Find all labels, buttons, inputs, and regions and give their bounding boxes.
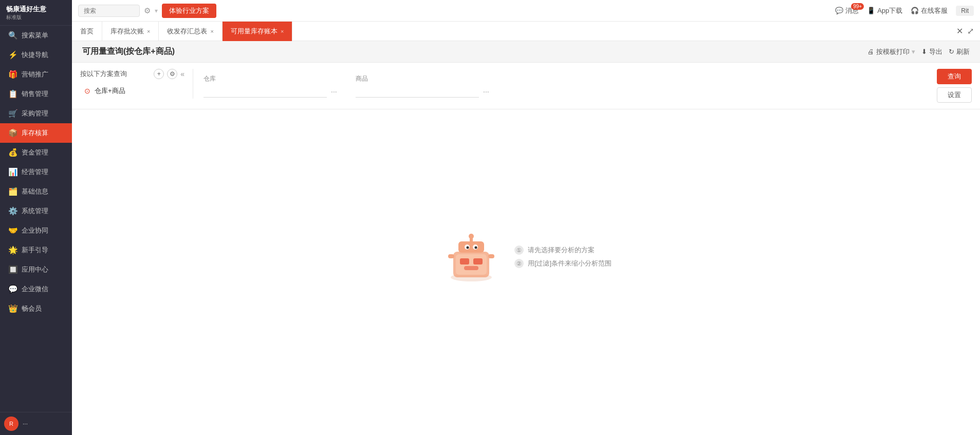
print-button[interactable]: 🖨 按模板打印 ▾ (867, 47, 915, 56)
sidebar-label-basic: 基础信息 (22, 187, 48, 196)
tab-receive-summary[interactable]: 收发存汇总表 × (159, 22, 222, 41)
sidebar-item-wechat[interactable]: 💬 企业微信 (0, 279, 72, 299)
system-icon: ⚙️ (8, 206, 17, 216)
tab-expand-icon[interactable]: ⤢ (967, 26, 974, 36)
product-more-icon[interactable]: ··· (483, 87, 489, 96)
filter-scheme-icons: + ⚙ « (154, 69, 184, 79)
search-input[interactable] (78, 5, 140, 17)
sidebar-item-appcenter[interactable]: 🔲 应用中心 (0, 260, 72, 279)
product-field: 商品 ··· (356, 74, 500, 98)
sidebar-user-name: ··· (23, 420, 28, 427)
tab-receive-summary-label: 收发存汇总表 (167, 27, 207, 36)
setting-button[interactable]: 设置 (937, 87, 972, 103)
step1-num: ① (514, 245, 524, 255)
svg-point-9 (466, 247, 469, 249)
sidebar-item-finance[interactable]: 💰 资金管理 (0, 143, 72, 162)
sidebar-label-operation: 经营管理 (22, 167, 48, 177)
svg-rect-6 (458, 241, 484, 253)
collapse-icon[interactable]: « (180, 70, 184, 78)
svg-rect-5 (464, 266, 478, 270)
print-icon: 🖨 (867, 48, 874, 55)
sidebar-item-basic[interactable]: 🗂️ 基础信息 (0, 182, 72, 201)
tab-batch-ledger-close[interactable]: × (147, 28, 150, 34)
industry-button[interactable]: 体验行业方案 (162, 4, 216, 18)
warehouse-input[interactable] (204, 85, 327, 98)
member-icon: 👑 (8, 304, 17, 313)
product-input[interactable] (356, 85, 479, 98)
basic-icon: 🗂️ (8, 187, 17, 196)
sidebar-label-newguide: 新手引导 (22, 245, 48, 255)
svg-rect-4 (473, 258, 483, 264)
marketing-icon: 🎁 (8, 70, 17, 79)
finance-icon: 💰 (8, 148, 17, 157)
add-scheme-button[interactable]: + (154, 69, 164, 79)
settings-scheme-button[interactable]: ⚙ (167, 69, 177, 79)
print-label: 按模板打印 (876, 47, 910, 56)
filter-scheme-title: 按以下方案查询 (80, 69, 127, 79)
logo-subtitle: 标准版 (6, 14, 66, 21)
tab-batch-ledger[interactable]: 库存批次账 × (102, 22, 159, 41)
svg-rect-2 (456, 254, 487, 275)
sidebar-logo: 畅康通好生意 标准版 (0, 0, 72, 26)
export-icon: ⬇ (921, 48, 927, 55)
sidebar-item-search[interactable]: 🔍 搜索菜单 (0, 26, 72, 45)
sidebar-item-marketing[interactable]: 🎁 营销推广 (0, 65, 72, 84)
sidebar-item-purchase[interactable]: 🛒 采购管理 (0, 104, 72, 123)
online-service-btn[interactable]: 🎧 在线客服 (911, 6, 948, 15)
avatar: R (4, 417, 19, 431)
wechat-icon: 💬 (8, 285, 17, 294)
topbar-dropdown-icon[interactable]: ▾ (155, 7, 158, 14)
tab-receive-summary-close[interactable]: × (210, 28, 213, 34)
query-button[interactable]: 查询 (937, 69, 972, 84)
sidebar-item-member[interactable]: 👑 畅会员 (0, 299, 72, 318)
refresh-label: 刷新 (956, 47, 970, 56)
tab-batch-ledger-label: 库存批次账 (110, 27, 144, 36)
sidebar-item-inventory[interactable]: 📦 库存核算 (0, 123, 72, 143)
print-dropdown-icon[interactable]: ▾ (912, 48, 915, 55)
sidebar-label-appcenter: 应用中心 (22, 265, 48, 274)
user-name-button[interactable]: Rit (956, 6, 974, 16)
export-label: 导出 (929, 47, 942, 56)
sales-icon: 📋 (8, 89, 17, 99)
sidebar-item-enterprise[interactable]: 🤝 企业协同 (0, 221, 72, 240)
sidebar-item-system[interactable]: ⚙️ 系统管理 (0, 201, 72, 221)
topbar-right: 💬 消息 99+ 📱 App下载 🎧 在线客服 Rit (835, 6, 974, 16)
product-input-row: ··· (356, 85, 500, 98)
tab-home[interactable]: 首页 (72, 22, 102, 41)
sidebar-user[interactable]: R ··· (0, 412, 72, 435)
sidebar-label-wechat: 企业微信 (22, 285, 48, 294)
sidebar-label-marketing: 营销推广 (22, 70, 48, 79)
export-button[interactable]: ⬇ 导出 (921, 47, 942, 56)
tabs-bar: 首页 库存批次账 × 收发存汇总表 × 可用量库存账本 × ✕ ⤢ (72, 22, 980, 41)
step1-text: 请先选择要分析的方案 (528, 243, 595, 257)
empty-state: ① 请先选择要分析的方案 ② 用[过滤]条件来缩小分析范围 (72, 109, 980, 435)
svg-rect-13 (448, 254, 454, 258)
warehouse-more-icon[interactable]: ··· (331, 87, 337, 96)
app-download-btn[interactable]: 📱 App下载 (867, 6, 902, 15)
tab-available-ledger-close[interactable]: × (281, 28, 284, 34)
filter-fields: 仓库 ··· 商品 ··· 查询 设置 (193, 69, 972, 103)
tab-available-ledger-label: 可用量库存账本 (231, 27, 278, 36)
gear-icon[interactable]: ⚙ (144, 6, 151, 15)
sidebar-item-operation[interactable]: 📊 经营管理 (0, 162, 72, 182)
step2-num: ② (514, 259, 524, 268)
message-badge: 99+ (851, 3, 864, 10)
topbar-left: ⚙ ▾ 体验行业方案 (78, 4, 831, 18)
tab-home-label: 首页 (80, 27, 94, 36)
sidebar-item-newguide[interactable]: 🌟 新手引导 (0, 240, 72, 260)
filter-scheme-header: 按以下方案查询 + ⚙ « (80, 69, 184, 79)
sidebar-label-search: 搜索菜单 (22, 31, 48, 40)
message-icon: 💬 (835, 7, 843, 14)
scheme-item-icon: ⊙ (84, 87, 90, 95)
sidebar-item-sales[interactable]: 📋 销售管理 (0, 84, 72, 104)
message-btn[interactable]: 💬 消息 99+ (835, 6, 859, 15)
sidebar-label-inventory: 库存核算 (22, 128, 48, 138)
scheme-item-warehouse-product[interactable]: ⊙ 仓库+商品 (80, 83, 184, 99)
product-label: 商品 (356, 74, 500, 83)
tab-available-ledger[interactable]: 可用量库存账本 × (223, 22, 292, 41)
warehouse-field: 仓库 ··· (204, 74, 347, 98)
sidebar-item-shortcut[interactable]: ⚡ 快捷导航 (0, 45, 72, 65)
tab-close-all-icon[interactable]: ✕ (956, 26, 963, 36)
sidebar-label-purchase: 采购管理 (22, 109, 48, 118)
refresh-button[interactable]: ↻ 刷新 (949, 47, 970, 56)
